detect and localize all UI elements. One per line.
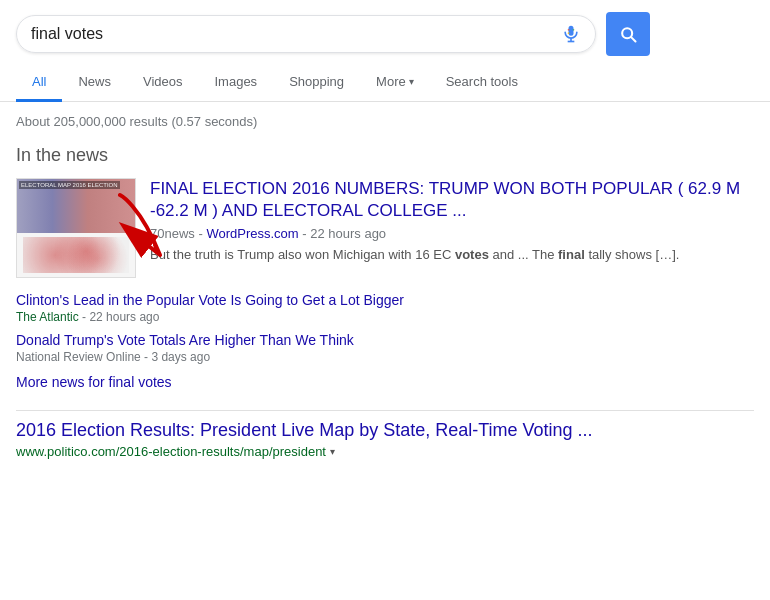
results-count: About 205,000,000 results (0.57 seconds) bbox=[16, 114, 754, 129]
more-dropdown-icon: ▾ bbox=[409, 76, 414, 87]
news-content: FINAL ELECTION 2016 NUMBERS: TRUMP WON B… bbox=[150, 178, 754, 278]
tab-all[interactable]: All bbox=[16, 64, 62, 102]
news-source: 70news - WordPress.com - 22 hours ago bbox=[150, 226, 754, 241]
clinton-news-title[interactable]: Clinton's Lead in the Popular Vote Is Go… bbox=[16, 292, 754, 308]
search-input[interactable] bbox=[31, 25, 553, 43]
svg-rect-0 bbox=[569, 26, 574, 36]
divider bbox=[16, 410, 754, 411]
tab-news[interactable]: News bbox=[62, 64, 127, 102]
news-image-inner: ELECTORAL MAP 2016 ELECTION bbox=[17, 179, 135, 277]
tab-search-tools[interactable]: Search tools bbox=[430, 64, 534, 102]
trump-news-title[interactable]: Donald Trump's Vote Totals Are Higher Th… bbox=[16, 332, 754, 348]
news-image: ELECTORAL MAP 2016 ELECTION bbox=[16, 178, 136, 278]
trump-source-name: National Review Online bbox=[16, 350, 141, 364]
svg-point-4 bbox=[568, 29, 570, 31]
svg-point-6 bbox=[568, 32, 570, 34]
more-news-link[interactable]: More news for final votes bbox=[16, 374, 754, 390]
search-icon bbox=[618, 24, 638, 44]
secondary-news-clinton: Clinton's Lead in the Popular Vote Is Go… bbox=[16, 292, 754, 324]
search-box bbox=[16, 15, 596, 53]
news-title-link[interactable]: FINAL ELECTION 2016 NUMBERS: TRUMP WON B… bbox=[150, 178, 754, 222]
map-label: ELECTORAL MAP 2016 ELECTION bbox=[19, 181, 120, 189]
web-result-url: www.politico.com/2016-election-results/m… bbox=[16, 444, 754, 459]
news-snippet: But the truth is Trump also won Michigan… bbox=[150, 245, 754, 265]
news-time-ago: 22 hours ago bbox=[310, 226, 386, 241]
main-news-card: ELECTORAL MAP 2016 ELECTION FINAL ELECTI… bbox=[16, 178, 754, 278]
nav-tabs: All News Videos Images Shopping More ▾ S… bbox=[0, 56, 770, 102]
clinton-time-ago: 22 hours ago bbox=[89, 310, 159, 324]
tab-more[interactable]: More ▾ bbox=[360, 64, 430, 102]
electoral-map-bottom bbox=[17, 233, 135, 277]
clinton-source-name: The Atlantic bbox=[16, 310, 79, 324]
in-the-news-title: In the news bbox=[16, 145, 754, 166]
news-source-site: WordPress.com bbox=[206, 226, 298, 241]
news-source-name: 70news bbox=[150, 226, 195, 241]
mic-icon[interactable] bbox=[561, 24, 581, 44]
dot-map bbox=[23, 237, 129, 272]
url-dropdown-icon[interactable]: ▾ bbox=[330, 446, 335, 457]
results-area: About 205,000,000 results (0.57 seconds)… bbox=[0, 102, 770, 471]
svg-point-5 bbox=[573, 29, 575, 31]
trump-time-ago: 3 days ago bbox=[151, 350, 210, 364]
secondary-news-trump: Donald Trump's Vote Totals Are Higher Th… bbox=[16, 332, 754, 364]
tab-shopping[interactable]: Shopping bbox=[273, 64, 360, 102]
tab-videos[interactable]: Videos bbox=[127, 64, 199, 102]
web-result: 2016 Election Results: President Live Ma… bbox=[16, 419, 754, 459]
trump-news-source: National Review Online - 3 days ago bbox=[16, 350, 754, 364]
search-button[interactable] bbox=[606, 12, 650, 56]
search-header bbox=[0, 0, 770, 56]
web-result-title[interactable]: 2016 Election Results: President Live Ma… bbox=[16, 419, 754, 442]
electoral-map-top: ELECTORAL MAP 2016 ELECTION bbox=[17, 179, 135, 233]
page-wrapper: All News Videos Images Shopping More ▾ S… bbox=[0, 0, 770, 471]
clinton-news-source: The Atlantic - 22 hours ago bbox=[16, 310, 754, 324]
tab-images[interactable]: Images bbox=[198, 64, 273, 102]
